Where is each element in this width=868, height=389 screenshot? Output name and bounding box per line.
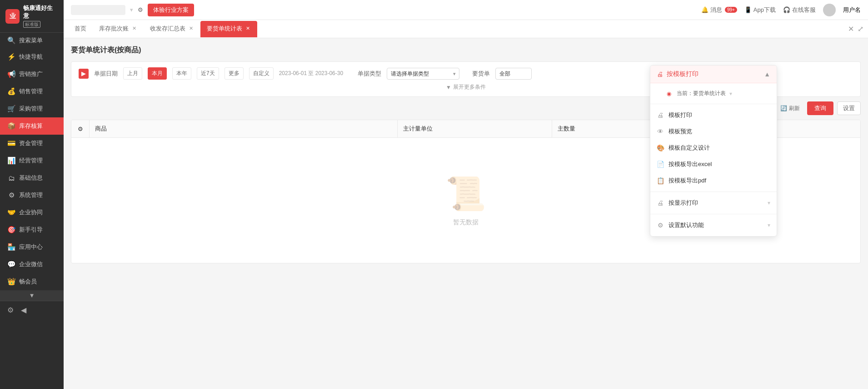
tab-close-order-stats[interactable]: ✕ [245,25,251,31]
select-arrow-wrapper: 全部 [495,68,532,80]
template-pdf-icon: 📋 [657,177,664,184]
type-select-wrapper: 请选择单据类型 [387,68,459,80]
search-icon: 🔍 [7,36,15,45]
template-excel-icon: 📄 [657,161,664,168]
megaphone-icon: 📢 [7,70,15,78]
template-preview-icon: 👁 [657,128,664,135]
dropdown-item-template-print[interactable]: 🖨 模板打印 [650,107,777,123]
settings-footer-icon[interactable]: ⚙ [7,306,14,314]
header-divider: ▾ [130,6,133,13]
display-print-arrow: ▾ [768,200,770,206]
dropdown-item-template-excel[interactable]: 📄 按模板导出excel [650,156,777,172]
tab-batch[interactable]: 库存批次账 ✕ [93,21,144,37]
header-right: 🔔 消息 99+ 📱 App下载 🎧 在线客服 用户名 [701,4,861,16]
date-label: 单据日期 [94,70,118,78]
type-select[interactable]: 请选择单据类型 [387,68,459,80]
template-design-icon: 🎨 [657,144,664,152]
sidebar-scroll-down[interactable]: ▼ [0,290,64,301]
default-func-arrow: ▾ [768,222,770,228]
date-btn-more[interactable]: 更多 [224,67,244,80]
header-left: ▾ ⚙ 体验行业方案 [71,4,194,16]
template-print-icon: 🖨 [657,111,664,119]
date-btn-prev-month[interactable]: 上月 [123,67,142,80]
date-btn-current-year[interactable]: 本年 [172,67,191,80]
sidebar-item-finance[interactable]: 💳 资金管理 [0,135,64,152]
goods-type-select[interactable]: 全部 [495,68,532,80]
cart-icon: 🛒 [7,105,15,113]
dropdown-current-item[interactable]: ◉ 当前：要货单统计表 ▾ [650,86,777,101]
gear-button[interactable]: ⚙ [138,6,143,13]
sidebar-item-inventory[interactable]: 📦 库存核算 [0,117,64,135]
sidebar-footer: ⚙ ◀ [0,301,64,319]
tab-actions: ✕ ⤢ [848,25,863,33]
close-tab-action[interactable]: ✕ [848,25,854,33]
crown-icon: 👑 [7,278,15,286]
refresh-icon: 🔄 [780,105,787,111]
dropdown-item-default-func[interactable]: ⚙ 设置默认功能 ▾ [650,217,777,233]
sidebar: 业 畅康通好生意 标准版 🔍 搜索菜单 ⚡ 快捷导航 📢 营销推广 💰 销售管理… [0,0,64,389]
current-arrow: ▾ [729,91,732,97]
date-btn-custom[interactable]: 自定义 [249,67,274,80]
printer-dropdown-icon: 🖨 [657,71,663,78]
dropdown-close-btn[interactable]: ▲ [764,71,770,78]
tab-order-stats[interactable]: 要货单统计表 ✕ [200,21,257,37]
app-download-button[interactable]: 📱 App下载 [744,6,776,14]
avatar[interactable] [823,4,836,16]
industry-button[interactable]: 体验行业方案 [148,4,194,16]
online-service-button[interactable]: 🎧 在线客服 [783,6,816,14]
messages-button[interactable]: 🔔 消息 99+ [701,6,737,14]
settings-btn[interactable]: 设置 [837,101,861,115]
empty-text: 暂无数据 [453,218,479,227]
goods-label: 要货单 [472,70,490,78]
logo-icon: 业 [5,9,20,24]
dropdown-item-display-print[interactable]: 🖨 按显示打印 ▾ [650,195,777,211]
sidebar-item-wechat[interactable]: 💬 企业微信 [0,256,64,273]
target-icon: 🎯 [7,226,15,234]
refresh-btn[interactable]: 🔄 刷新 [777,102,803,115]
tab-close-receipts[interactable]: ✕ [188,25,194,31]
type-label: 单据类型 [358,70,381,78]
collapse-icon[interactable]: ◀ [21,306,26,314]
logo-text: 畅康通好生意 标准版 [23,5,58,28]
store-icon: 🏪 [7,243,15,251]
sidebar-item-collab[interactable]: 🤝 企业协同 [0,204,64,221]
expand-more-btn[interactable]: ▼ 展开更多条件 [446,83,486,91]
card-icon: 💳 [7,139,15,147]
col-unit: 主计量单位 [398,120,552,137]
tab-receipts[interactable]: 收发存汇总表 ✕ [144,21,200,37]
date-btn-7days[interactable]: 近7天 [197,67,219,80]
sidebar-item-appstore[interactable]: 🏪 应用中心 [0,238,64,256]
sidebar-item-shortcut[interactable]: ⚡ 快捷导航 [0,48,64,66]
sidebar-item-basic[interactable]: 🗂 基础信息 [0,169,64,187]
current-indicator: ◉ [667,91,671,97]
money-icon: 💰 [7,87,15,96]
sidebar-item-marketing[interactable]: 📢 营销推广 [0,66,64,83]
query-btn[interactable]: 查询 [807,101,833,115]
expand-filter-btn[interactable]: ▶ [79,69,89,79]
sidebar-item-member[interactable]: 👑 畅会员 [0,273,64,290]
sidebar-item-search[interactable]: 🔍 搜索菜单 [0,33,64,48]
gear-icon: ⚙ [7,191,15,199]
sidebar-item-purchase[interactable]: 🛒 采购管理 [0,100,64,117]
tabs-bar: 首页 库存批次账 ✕ 收发存汇总表 ✕ 要货单统计表 ✕ ✕ ⤢ [64,20,868,38]
maximize-tab-action[interactable]: ⤢ [858,25,863,33]
top-header: ▾ ⚙ 体验行业方案 🔔 消息 99+ 📱 App下载 🎧 在线客服 用户名 [64,0,868,20]
sidebar-item-sales[interactable]: 💰 销售管理 [0,83,64,100]
breadcrumb-input[interactable] [71,5,125,15]
dropdown-item-template-design[interactable]: 🎨 模板自定义设计 [650,140,777,156]
messages-badge: 99+ [725,7,737,13]
col-settings[interactable]: ⚙ [71,120,90,137]
handshake-icon: 🤝 [7,208,15,217]
date-btn-current-month[interactable]: 本月 [148,67,167,80]
expand-icon: ▼ [446,84,451,91]
bell-icon: 🔔 [701,6,708,13]
sidebar-item-system[interactable]: ⚙ 系统管理 [0,187,64,204]
sidebar-item-newguide[interactable]: 🎯 新手引导 [0,221,64,238]
tab-close-batch[interactable]: ✕ [131,25,137,31]
dropdown-current-section: ◉ 当前：要货单统计表 ▾ [650,83,777,104]
dropdown-item-template-preview[interactable]: 👁 模板预览 [650,123,777,140]
app-logo: 业 畅康通好生意 标准版 [0,0,64,33]
sidebar-item-operation[interactable]: 📊 经营管理 [0,152,64,169]
tab-home[interactable]: 首页 [68,21,93,37]
dropdown-item-template-pdf[interactable]: 📋 按模板导出pdf [650,172,777,189]
